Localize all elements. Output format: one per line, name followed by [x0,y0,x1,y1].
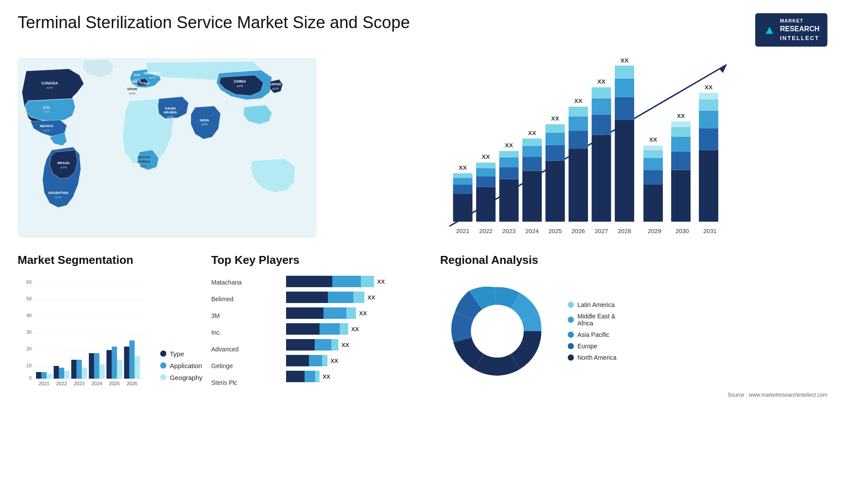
svg-rect-88 [643,158,663,170]
map-area: CANADA xx% U.S. xx% MEXICO xx% BRAZIL xx… [18,55,317,240]
svg-rect-169 [315,371,320,382]
player-matachana: Matachana [211,274,264,291]
svg-rect-100 [699,111,718,128]
svg-text:50: 50 [26,296,32,301]
svg-text:CHINA: CHINA [234,79,246,84]
logo-line1: MARKET [780,18,819,24]
svg-rect-163 [286,355,309,366]
svg-text:ARABIA: ARABIA [164,110,177,114]
svg-rect-152 [323,307,346,319]
svg-text:10: 10 [26,363,32,368]
svg-text:xx%: xx% [129,91,136,95]
page-title: Terminal Sterilization Service Market Si… [18,13,410,32]
svg-text:XX: XX [359,310,367,317]
svg-rect-93 [671,151,691,170]
top-players-section: Top Key Players Matachana Belimed 3M Inc… [211,253,431,398]
svg-text:U.S.: U.S. [43,105,51,110]
seg-chart-wrapper: 60 50 40 30 20 10 0 [18,274,202,390]
svg-text:AFRICA: AFRICA [137,160,151,164]
svg-text:2025: 2025 [109,381,120,386]
svg-rect-50 [522,171,542,222]
svg-rect-90 [643,146,663,150]
svg-rect-134 [129,340,135,379]
svg-text:2030: 2030 [676,228,689,234]
legend-europe: Europe [568,343,617,350]
svg-text:xx%: xx% [167,115,173,119]
world-map-container: CANADA xx% U.S. xx% MEXICO xx% BRAZIL xx… [18,55,317,240]
svg-rect-71 [615,97,634,120]
legend-type: Type [160,350,202,358]
logo-icon: ▲ [763,21,775,38]
svg-text:FRANCE: FRANCE [127,80,141,84]
svg-rect-121 [54,366,59,379]
north-america-label: North America [577,354,617,361]
player-belimed: Belimed [211,291,264,307]
svg-text:INDIA: INDIA [200,118,209,122]
svg-rect-153 [346,307,356,319]
svg-rect-144 [332,276,361,287]
svg-rect-123 [64,371,70,379]
svg-text:U.K.: U.K. [134,73,141,77]
player-3m: 3M [211,307,264,324]
svg-text:SPAIN: SPAIN [127,87,138,91]
svg-rect-168 [305,371,315,382]
world-map-svg: CANADA xx% U.S. xx% MEXICO xx% BRAZIL xx… [18,55,317,240]
bar-chart-area: XX XX XX XX [330,55,827,240]
svg-text:2029: 2029 [648,228,661,234]
legend-geo-dot [160,374,166,380]
svg-text:xx%: xx% [55,195,62,199]
logo-line3: INTELLECT [780,34,819,42]
svg-text:XX: XX [597,78,605,85]
svg-text:xx%: xx% [61,165,67,169]
svg-rect-57 [545,132,565,145]
svg-rect-66 [592,114,611,135]
legend-type-dot [160,351,166,357]
latin-america-dot [568,302,574,308]
legend-asia-pacific: Asia Pacific [568,331,617,338]
svg-rect-131 [112,347,117,379]
page-header: Terminal Sterilization Service Market Si… [18,13,827,47]
svg-rect-102 [699,93,718,99]
players-list: Matachana Belimed 3M Inc. Advanced Getin… [211,274,431,391]
svg-text:60: 60 [26,279,32,285]
legend-app-label: Application [170,362,202,369]
svg-rect-125 [77,360,82,379]
legend-type-label: Type [170,350,184,358]
svg-text:XX: XX [705,84,713,91]
svg-text:XX: XX [505,142,513,149]
svg-rect-61 [569,131,588,149]
svg-rect-68 [592,87,611,98]
svg-text:2025: 2025 [548,228,562,234]
svg-rect-70 [615,120,634,222]
svg-rect-95 [671,127,691,137]
logo-line2: RESEARCH [780,24,819,34]
logo-area: ▲ MARKET RESEARCH INTELLECT [755,13,827,47]
player-bars-container: XX XX XX [273,274,431,391]
svg-text:XX: XX [574,98,582,104]
svg-text:JAPAN: JAPAN [270,82,281,86]
svg-rect-148 [328,292,353,303]
svg-text:xx%: xx% [142,86,148,90]
svg-text:xx%: xx% [140,164,147,168]
svg-text:2022: 2022 [479,228,492,234]
svg-text:XX: XX [621,57,628,64]
svg-text:ITALY: ITALY [140,81,150,85]
regional-title: Regional Analysis [440,253,827,267]
svg-text:xx%: xx% [201,122,208,126]
svg-rect-145 [361,276,374,287]
growth-chart-svg: XX XX XX XX [330,55,827,240]
svg-rect-38 [453,173,472,178]
asia-pacific-label: Asia Pacific [577,331,609,338]
svg-rect-63 [569,107,588,117]
legend-middle-east-africa: Middle East &Africa [568,313,617,327]
svg-text:MEXICO: MEXICO [40,124,54,128]
svg-text:SAUDI: SAUDI [165,106,176,110]
svg-text:xx%: xx% [237,84,243,88]
svg-text:XX: XX [377,278,385,285]
svg-text:XX: XX [551,115,559,122]
svg-rect-89 [643,150,663,158]
svg-text:0: 0 [29,375,32,380]
svg-rect-56 [545,145,565,161]
svg-rect-133 [124,347,129,379]
svg-rect-43 [476,163,496,168]
